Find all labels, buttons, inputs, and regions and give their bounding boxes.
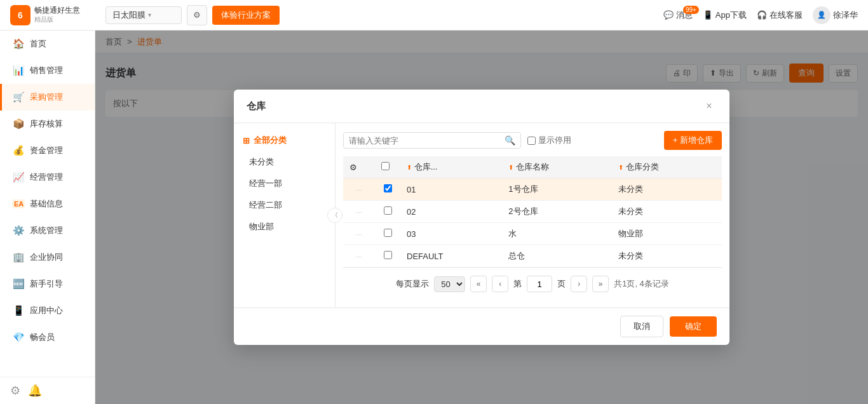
store-selector[interactable]: 日太阳膜 ▾: [105, 6, 182, 24]
page-prev-btn[interactable]: ‹: [492, 276, 508, 292]
sort-icon-category: ⬆: [618, 164, 623, 171]
page-next-btn[interactable]: ›: [571, 276, 587, 292]
operations-icon: 📈: [12, 172, 25, 183]
select-all-checkbox[interactable]: [381, 162, 390, 170]
th-settings: ⚙: [343, 156, 375, 178]
category-item-ops2[interactable]: 经营二部: [234, 194, 335, 216]
sidebar-item-system[interactable]: ⚙️ 系统管理: [0, 217, 95, 244]
show-disabled-group: 显示停用: [527, 135, 571, 146]
system-icon: ⚙️: [12, 225, 25, 236]
edition-name: 精品版: [34, 15, 80, 24]
sidebar-item-member[interactable]: 💎 畅会员: [0, 324, 95, 351]
gear-icon: ⚙: [349, 163, 357, 172]
show-disabled-checkbox[interactable]: [527, 137, 536, 145]
confirm-button[interactable]: 确定: [670, 316, 717, 337]
warehouse-modal: 仓库 × ⊞ 全部分类 未分类 经营一: [234, 90, 729, 345]
app-icon: 📱: [703, 10, 713, 20]
category-item-uncategorized[interactable]: 未分类: [234, 151, 335, 173]
sidebar-item-enterprise[interactable]: 🏢 企业协同: [0, 244, 95, 271]
row-checkbox[interactable]: [384, 229, 392, 237]
sort-icon-name: ⬆: [508, 164, 513, 171]
sidebar-label-apps: 应用中心: [30, 305, 63, 316]
settings-bottom-icon[interactable]: ⚙: [10, 384, 20, 398]
header-middle: 日太阳膜 ▾ ⚙ 体验行业方案: [105, 5, 663, 25]
warehouse-table: ⚙ ⬆ 仓库...: [343, 156, 722, 267]
collapse-panel-button[interactable]: 《: [327, 208, 342, 223]
row-code: DEFAULT: [400, 245, 502, 267]
sidebar-label-operations: 经营管理: [30, 172, 63, 183]
sidebar-bottom: ⚙ 🔔: [0, 377, 95, 404]
cancel-button[interactable]: 取消: [620, 316, 663, 337]
row-actions-cell: ···: [343, 178, 375, 201]
page-first-btn[interactable]: «: [470, 276, 487, 292]
guide-icon: 🆕: [12, 278, 25, 290]
sidebar-label-member: 畅会员: [30, 332, 55, 343]
page-input[interactable]: [527, 276, 552, 292]
table-row[interactable]: ··· DEFAULT 总仓 未分类: [343, 245, 722, 267]
grid-icon: ⊞: [243, 136, 250, 145]
app-download-action[interactable]: 📱 App下载: [703, 10, 747, 21]
category-all[interactable]: ⊞ 全部分类: [234, 130, 335, 151]
row-name: 1号仓库: [502, 178, 612, 201]
inventory-icon: 📦: [12, 118, 25, 130]
row-code: 01: [400, 178, 502, 201]
per-page-select[interactable]: 50: [434, 276, 465, 292]
trial-button[interactable]: 体验行业方案: [212, 6, 280, 25]
row-checkbox[interactable]: [384, 206, 392, 215]
table-toolbar: 🔍 显示停用 + 新增仓库: [343, 131, 722, 150]
brand-name: 畅捷通好生意: [34, 6, 80, 16]
logo-area: 6 畅捷通好生意 精品版: [10, 5, 105, 25]
table-row[interactable]: ··· 03 水 物业部: [343, 223, 722, 245]
row-checkbox[interactable]: [384, 184, 392, 192]
row-category: 未分类: [612, 245, 722, 267]
sidebar-item-purchase[interactable]: 🛒 采购管理: [0, 84, 95, 111]
sidebar-item-finance[interactable]: 💰 资金管理: [0, 137, 95, 164]
modal-body: ⊞ 全部分类 未分类 经营一部 经营二部 物业部: [234, 123, 729, 307]
row-checkbox[interactable]: [384, 251, 392, 259]
table-panel: 🔍 显示停用 + 新增仓库: [336, 123, 729, 307]
add-warehouse-button[interactable]: + 新增仓库: [664, 131, 722, 150]
table-row[interactable]: ··· 01 1号仓库 未分类: [343, 178, 722, 201]
category-item-property[interactable]: 物业部: [234, 216, 335, 238]
sidebar-item-home[interactable]: 🏠 首页: [0, 30, 95, 57]
notifications-action[interactable]: 💬 消息 99+: [663, 10, 693, 21]
modal-close-button[interactable]: ×: [702, 98, 717, 114]
sidebar: 🏠 首页 📊 销售管理 🛒 采购管理 📦 库存核算 💰 资金管理 📈 经营管理 …: [0, 30, 95, 404]
table-row[interactable]: ··· 02 2号仓库 未分类: [343, 201, 722, 223]
th-name: ⬆ 仓库名称: [502, 156, 612, 178]
sidebar-item-guide[interactable]: 🆕 新手引导: [0, 271, 95, 297]
sidebar-label-inventory: 库存核算: [30, 118, 63, 130]
sidebar-item-basic[interactable]: EA 基础信息: [0, 191, 95, 217]
app-download-label: App下载: [715, 10, 747, 21]
modal-overlay: 仓库 × ⊞ 全部分类 未分类 经营一: [95, 30, 868, 404]
settings-button[interactable]: ⚙: [187, 5, 207, 25]
sort-icon-code: ⬆: [407, 164, 412, 171]
online-service-action[interactable]: 🎧 在线客服: [757, 10, 803, 21]
category-item-ops1[interactable]: 经营一部: [234, 173, 335, 194]
basic-icon: EA: [12, 199, 25, 208]
row-category: 未分类: [612, 201, 722, 223]
table-body: ··· 01 1号仓库 未分类 ··· 02 2号仓库 未分类 ···: [343, 178, 722, 267]
sidebar-item-operations[interactable]: 📈 经营管理: [0, 164, 95, 191]
per-page-label: 每页显示: [396, 278, 429, 290]
user-profile[interactable]: 👤 徐泽华: [813, 6, 858, 24]
member-icon: 💎: [12, 332, 25, 343]
volume-icon[interactable]: 🔔: [28, 384, 42, 398]
modal-title: 仓库: [247, 100, 266, 112]
headset-icon: 🎧: [757, 10, 767, 20]
row-actions-cell: ···: [343, 245, 375, 267]
page-last-btn[interactable]: »: [592, 276, 609, 292]
logo-icon: 6: [10, 5, 31, 25]
row-name: 2号仓库: [502, 201, 612, 223]
search-icon[interactable]: 🔍: [505, 135, 515, 145]
top-header: 6 畅捷通好生意 精品版 日太阳膜 ▾ ⚙ 体验行业方案 💬 消息 99+ 📱 …: [0, 0, 868, 30]
sidebar-item-sales[interactable]: 📊 销售管理: [0, 57, 95, 84]
row-code: 02: [400, 201, 502, 223]
sidebar-label-enterprise: 企业协同: [30, 252, 63, 263]
sidebar-item-apps[interactable]: 📱 应用中心: [0, 297, 95, 324]
sidebar-label-finance: 资金管理: [30, 145, 63, 156]
sidebar-item-inventory[interactable]: 📦 库存核算: [0, 111, 95, 137]
store-name: 日太阳膜: [112, 10, 146, 21]
show-disabled-label: 显示停用: [538, 135, 571, 146]
search-input[interactable]: [349, 136, 505, 145]
